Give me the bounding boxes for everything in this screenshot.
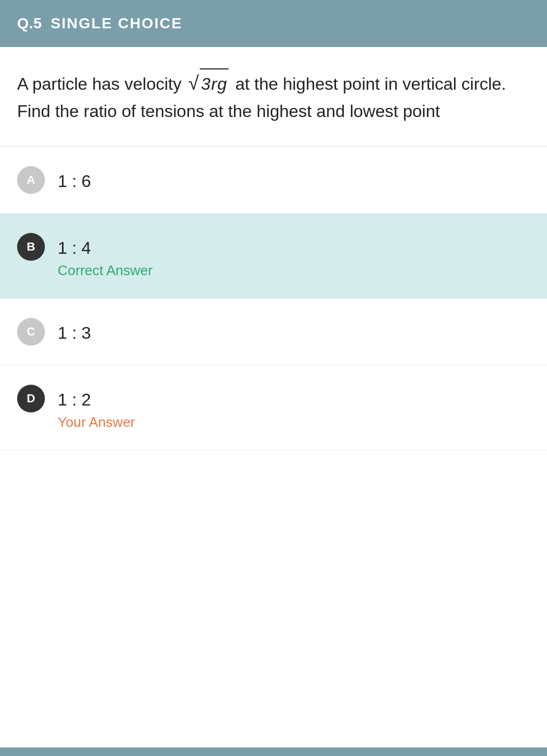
options-container: A 1 : 6 B 1 : 4 Correct Answer C 1 : 3 bbox=[0, 147, 547, 450]
option-d[interactable]: D 1 : 2 Your Answer bbox=[0, 365, 547, 450]
sqrt-symbol: √ bbox=[189, 74, 199, 93]
bottom-bar bbox=[0, 747, 547, 756]
question-number: Q.5 bbox=[17, 15, 42, 32]
question-body: A particle has velocity √3rg at the high… bbox=[0, 47, 547, 147]
option-a-badge: A bbox=[17, 166, 45, 194]
question-type: SINGLE CHOICE bbox=[51, 15, 183, 32]
option-d-content: 1 : 2 Your Answer bbox=[58, 385, 135, 431]
math-expression: √3rg bbox=[189, 68, 229, 98]
sqrt-content: 3rg bbox=[200, 68, 228, 98]
option-d-badge: D bbox=[17, 385, 45, 412]
option-d-value: 1 : 2 bbox=[58, 390, 135, 410]
option-c-badge: C bbox=[17, 318, 45, 346]
question-text-before: A particle has velocity bbox=[17, 74, 182, 93]
correct-answer-label: Correct Answer bbox=[58, 262, 153, 279]
option-b-badge: B bbox=[17, 233, 45, 261]
option-b-content: 1 : 4 Correct Answer bbox=[58, 233, 153, 279]
option-b-value: 1 : 4 bbox=[58, 238, 153, 258]
question-header: Q.5 SINGLE CHOICE bbox=[0, 0, 547, 47]
option-c-content: 1 : 3 bbox=[58, 318, 91, 343]
option-c[interactable]: C 1 : 3 bbox=[0, 299, 547, 365]
page-container: Q.5 SINGLE CHOICE A particle has velocit… bbox=[0, 0, 547, 756]
question-text: A particle has velocity √3rg at the high… bbox=[17, 68, 530, 125]
option-b[interactable]: B 1 : 4 Correct Answer bbox=[0, 214, 547, 299]
option-c-value: 1 : 3 bbox=[58, 323, 91, 343]
option-a-content: 1 : 6 bbox=[58, 166, 91, 191]
option-a-value: 1 : 6 bbox=[58, 172, 91, 191]
your-answer-label: Your Answer bbox=[58, 414, 135, 431]
option-a[interactable]: A 1 : 6 bbox=[0, 147, 547, 214]
